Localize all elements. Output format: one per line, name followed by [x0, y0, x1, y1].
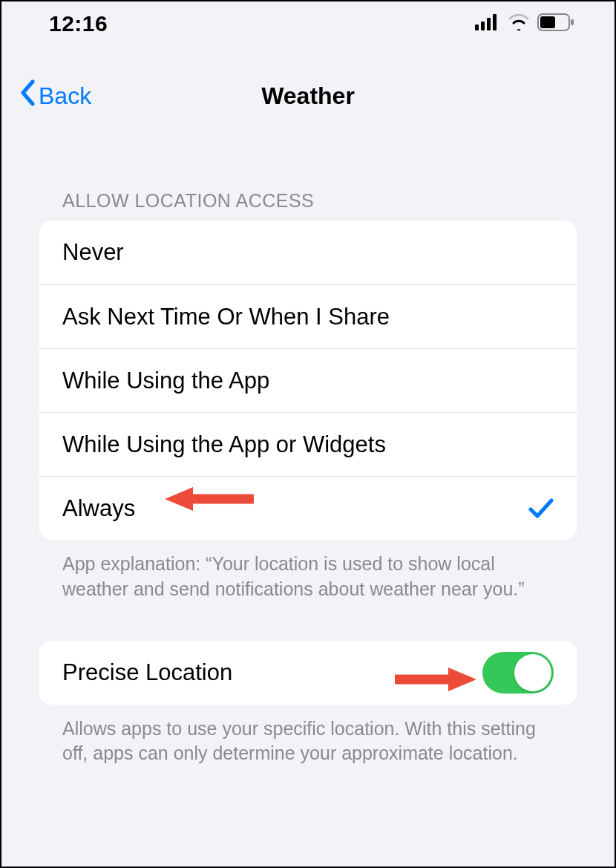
precise-location-label: Precise Location [62, 659, 232, 686]
precise-location-group: Precise Location [39, 641, 577, 705]
precise-location-toggle[interactable] [482, 652, 554, 694]
page-title: Weather [261, 82, 355, 110]
svg-rect-5 [540, 16, 555, 28]
option-label: Never [62, 239, 124, 266]
section-footer-precise: Allows apps to use your specific locatio… [39, 705, 577, 767]
svg-rect-3 [493, 14, 497, 30]
option-label: Always [62, 495, 135, 522]
status-time: 12:16 [49, 11, 108, 36]
section-footer-explanation: App explanation: “Your location is used … [39, 540, 577, 602]
checkmark-icon [528, 497, 554, 521]
option-while-using-widgets[interactable]: While Using the App or Widgets [39, 412, 577, 476]
navigation-bar: Back Weather [1, 70, 615, 122]
cellular-icon [475, 14, 500, 33]
svg-rect-0 [475, 25, 479, 30]
option-never[interactable]: Never [39, 221, 577, 284]
back-button[interactable]: Back [19, 79, 91, 112]
option-always[interactable]: Always [39, 476, 577, 540]
svg-rect-6 [571, 19, 574, 25]
back-label: Back [39, 82, 91, 110]
svg-rect-2 [487, 18, 491, 30]
battery-icon [537, 13, 574, 34]
option-label: While Using the App [62, 368, 269, 394]
status-bar: 12:16 [1, 1, 615, 46]
svg-rect-1 [481, 22, 485, 30]
option-label: While Using the App or Widgets [62, 431, 386, 458]
chevron-left-icon [19, 79, 37, 112]
status-indicators [475, 13, 574, 34]
section-header-location: ALLOW LOCATION ACCESS [39, 122, 577, 221]
option-ask-next-time[interactable]: Ask Next Time Or When I Share [39, 284, 577, 348]
wifi-icon [508, 14, 530, 33]
location-access-group: Never Ask Next Time Or When I Share Whil… [39, 221, 577, 540]
option-label: Ask Next Time Or When I Share [62, 304, 390, 330]
toggle-knob [514, 654, 551, 691]
option-while-using[interactable]: While Using the App [39, 348, 577, 412]
precise-location-row[interactable]: Precise Location [39, 641, 577, 705]
